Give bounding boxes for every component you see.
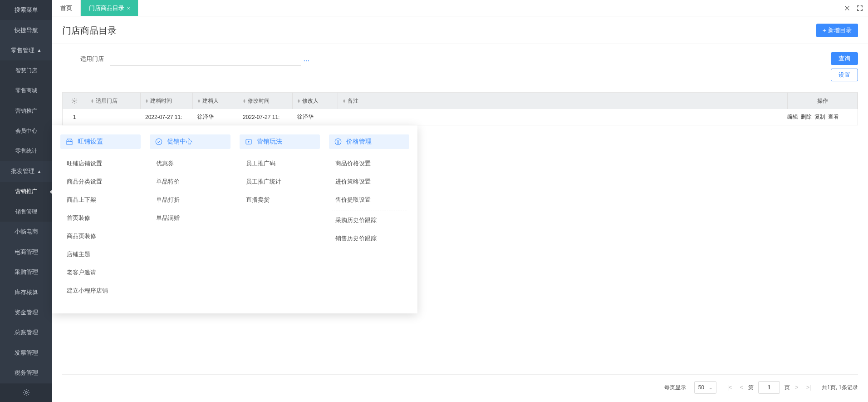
page-label-pre: 第 [748, 384, 754, 392]
table-row: 12022-07-27 11:徐泽华2022-07-27 11:徐泽华编辑删除复… [63, 109, 858, 125]
th-modifier[interactable]: ▲▼修改人 [293, 93, 338, 109]
menu-link[interactable]: 老客户邀请 [60, 263, 141, 282]
filter-store-more-icon[interactable]: ... [304, 56, 310, 63]
sidebar-item-13[interactable]: 采购管理 [0, 262, 52, 282]
sidebar-item-16[interactable]: 总账管理 [0, 323, 52, 342]
add-catalog-button[interactable]: 新增目录 [816, 24, 858, 37]
menu-link[interactable]: 员工推广统计 [240, 173, 320, 191]
caret-icon: ▲ [37, 48, 42, 53]
menu-col-header: 营销玩法 [240, 134, 320, 149]
menu-link[interactable]: 单品特价 [150, 173, 230, 191]
sidebar-item-12[interactable]: 电商管理 [0, 242, 52, 262]
menu-link[interactable]: 单品满赠 [150, 209, 230, 227]
page-next-button[interactable]: > [792, 382, 802, 392]
filter-row: 适用门店 ... 查询 设置 [52, 44, 868, 83]
filter-store-label: 适用门店 [80, 55, 104, 63]
row-action[interactable]: 复制 [814, 113, 825, 121]
menu-link[interactable]: 首页装修 [60, 209, 141, 227]
pagination: 每页显示 50 ⌄ |< < 第 页 > >| 共1页, 1条记录 [62, 374, 858, 402]
menu-link[interactable]: 直播卖货 [240, 191, 320, 209]
menu-link[interactable]: 员工推广码 [240, 154, 320, 173]
menu-col-header: 促销中心 [150, 134, 230, 149]
menu-link[interactable]: 商品页装修 [60, 227, 141, 245]
menu-divider [332, 210, 407, 210]
sidebar-item-11[interactable]: 小畅电商 [0, 222, 52, 242]
sidebar-item-0[interactable]: 搜索菜单 [0, 0, 52, 20]
shop-icon [65, 137, 74, 146]
th-ctime[interactable]: ▲▼建档时间 [141, 93, 193, 109]
svg-point-2 [156, 139, 162, 145]
menu-col-header: 价格管理 [329, 134, 409, 149]
menu-link[interactable]: 旺铺店铺设置 [60, 154, 141, 173]
menu-link[interactable]: 采购历史价跟踪 [329, 211, 409, 229]
sidebar-item-9[interactable]: 营销推广 [0, 182, 52, 202]
sidebar-item-14[interactable]: 库存核算 [0, 282, 52, 302]
marketing-mega-menu: 旺铺设置旺铺店铺设置商品分类设置商品上下架首页装修商品页装修店铺主题老客户邀请建… [52, 125, 417, 313]
th-store[interactable]: ▲▼适用门店 [86, 93, 141, 109]
menu-col-1: 促销中心优惠券单品特价单品打折单品满赠 [150, 134, 230, 300]
sidebar-item-6[interactable]: 会员中心 [0, 121, 52, 141]
sidebar-item-1[interactable]: 快捷导航 [0, 20, 52, 40]
page-first-button[interactable]: |< [725, 382, 735, 392]
sidebar-item-8[interactable]: 批发管理▲ [0, 161, 52, 181]
settings-button[interactable]: 设置 [831, 69, 858, 81]
sidebar-item-7[interactable]: 零售统计 [0, 141, 52, 161]
menu-link[interactable]: 商品分类设置 [60, 173, 141, 191]
sort-icon: ▲▼ [297, 99, 300, 103]
row-action[interactable]: 编辑 [787, 113, 798, 121]
tabs-bar: 首页门店商品目录× [52, 0, 868, 16]
close-icon[interactable]: × [127, 5, 130, 11]
svg-point-1 [74, 100, 75, 102]
sidebar: 搜索菜单快捷导航零售管理▲智慧门店零售商城营销推广会员中心零售统计批发管理▲营销… [0, 0, 52, 402]
data-table: ▲▼适用门店 ▲▼建档时间 ▲▼建档人 ▲▼修改时间 ▲▼修改人 ▲▼备注 操作… [62, 92, 858, 125]
menu-link[interactable]: 商品上下架 [60, 191, 141, 209]
page-last-button[interactable]: >| [804, 382, 814, 392]
page-number-input[interactable] [758, 381, 780, 394]
menu-col-0: 旺铺设置旺铺店铺设置商品分类设置商品上下架首页装修商品页装修店铺主题老客户邀请建… [60, 134, 141, 300]
th-mtime[interactable]: ▲▼修改时间 [238, 93, 293, 109]
close-all-icon[interactable] [843, 5, 851, 12]
per-page-select[interactable]: 50 ⌄ [694, 381, 716, 394]
menu-link[interactable]: 进价策略设置 [329, 173, 409, 191]
th-remark[interactable]: ▲▼备注 [338, 93, 787, 109]
menu-link[interactable]: 销售历史价跟踪 [329, 229, 409, 248]
page-prev-button[interactable]: < [736, 382, 746, 392]
menu-col-3: 价格管理商品价格设置进价策略设置售价提取设置采购历史价跟踪销售历史价跟踪 [329, 134, 409, 300]
sidebar-item-5[interactable]: 营销推广 [0, 101, 52, 121]
tab-1[interactable]: 门店商品目录× [81, 0, 138, 16]
sidebar-item-4[interactable]: 零售商城 [0, 81, 52, 101]
svg-point-0 [25, 392, 27, 393]
sidebar-settings-button[interactable] [0, 383, 52, 402]
fullscreen-icon[interactable] [856, 5, 863, 12]
menu-col-header: 旺铺设置 [60, 134, 141, 149]
sort-icon: ▲▼ [343, 99, 346, 103]
th-creator[interactable]: ▲▼建档人 [193, 93, 238, 109]
tab-0[interactable]: 首页 [52, 0, 81, 16]
menu-link[interactable]: 优惠券 [150, 154, 230, 173]
menu-col-2: 营销玩法员工推广码员工推广统计直播卖货 [240, 134, 320, 300]
menu-link[interactable]: 商品价格设置 [329, 154, 409, 173]
menu-link[interactable]: 单品打折 [150, 191, 230, 209]
pagination-summary: 共1页, 1条记录 [822, 384, 858, 392]
page-label-post: 页 [785, 384, 790, 392]
filter-store-input[interactable] [110, 52, 301, 66]
menu-link[interactable]: 店铺主题 [60, 245, 141, 263]
menu-link[interactable]: 建立小程序店铺 [60, 282, 141, 300]
sidebar-item-17[interactable]: 发票管理 [0, 343, 52, 363]
sidebar-item-10[interactable]: 销售管理 [0, 202, 52, 222]
caret-icon: ▲ [37, 169, 42, 174]
play-icon [244, 137, 253, 146]
sidebar-item-18[interactable]: 税务管理 [0, 363, 52, 383]
query-button[interactable]: 查询 [831, 52, 858, 65]
sidebar-item-15[interactable]: 资金管理 [0, 303, 52, 323]
row-action[interactable]: 删除 [801, 113, 812, 121]
page-title: 门店商品目录 [62, 25, 117, 37]
sidebar-item-2[interactable]: 零售管理▲ [0, 40, 52, 60]
price-icon [333, 137, 343, 146]
row-action[interactable]: 查看 [828, 113, 839, 121]
row-actions: 编辑删除复制查看 [787, 113, 858, 121]
menu-link[interactable]: 售价提取设置 [329, 191, 409, 209]
sidebar-item-3[interactable]: 智慧门店 [0, 60, 52, 80]
column-config-icon[interactable] [63, 93, 86, 109]
sort-icon: ▲▼ [91, 99, 94, 103]
